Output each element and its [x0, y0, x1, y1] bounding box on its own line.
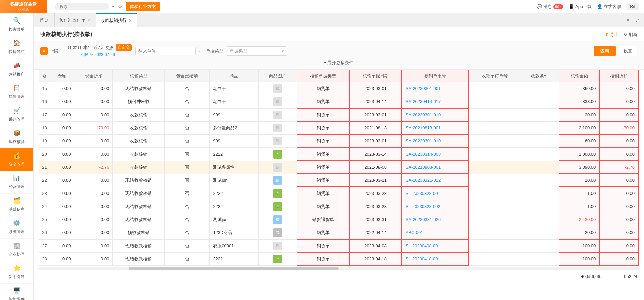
- cell-row-num: 27: [39, 239, 50, 252]
- logo-title: 畅捷通好生意: [10, 1, 37, 7]
- column-settings-icon[interactable]: ⚙: [43, 74, 47, 79]
- scrollbar-handle[interactable]: [129, 267, 339, 270]
- cell-voucher-no[interactable]: SA-20230301-001: [402, 82, 469, 95]
- folder-icon: 🗂️: [13, 197, 20, 204]
- cell-discount: 0.00: [74, 187, 113, 200]
- cell-balance: 0.00: [50, 239, 74, 252]
- cell-discount: 0.00: [74, 147, 113, 161]
- tab-prepay[interactable]: 预付冲应付单 ✕: [55, 13, 96, 27]
- date-btn-last-month[interactable]: 上月: [63, 45, 72, 51]
- cell-writeoff-amount: 20.00: [559, 108, 599, 121]
- settings-btn[interactable]: 设置: [619, 46, 637, 56]
- cell-voucher-no[interactable]: SA-20210813-001: [402, 121, 469, 134]
- tab-prepay-close[interactable]: ✕: [88, 18, 91, 22]
- cell-row-num: 26: [39, 226, 50, 239]
- sidebar-item-sales[interactable]: 📋 销售管理: [0, 81, 33, 103]
- cell-voucher-no[interactable]: SA-20210808-001: [402, 161, 469, 174]
- cell-discount: 0.00: [74, 252, 113, 265]
- query-btn[interactable]: 查询: [594, 46, 616, 56]
- message-btn[interactable]: 💬 消息 99+: [537, 4, 563, 10]
- col-header-settled: 包含已结清: [165, 70, 210, 82]
- tab-receipts[interactable]: 收款核销执行 ✕: [96, 13, 137, 27]
- cell-voucher-no[interactable]: SA-20230301-010: [402, 108, 469, 121]
- cell-writeoff-discount: 0.00: [599, 147, 638, 161]
- cell-settled: 否: [165, 187, 210, 200]
- export-btn[interactable]: ⬆ 导出: [605, 32, 619, 38]
- cell-receipt-cond: [521, 121, 559, 134]
- cell-row-num: 22: [39, 174, 50, 187]
- app-download-btn[interactable]: 📱 App下载: [569, 4, 592, 10]
- online-service-btn[interactable]: 👤 在线客服: [597, 4, 621, 10]
- cell-row-num: 17: [39, 108, 50, 121]
- cell-voucher-no[interactable]: SL-20230418-001: [402, 252, 469, 265]
- sidebar-item-business[interactable]: 📊 经营管理: [0, 171, 33, 194]
- window-close-icon[interactable]: ✕: [624, 17, 632, 24]
- window-expand-icon[interactable]: ⤢: [633, 17, 641, 24]
- date-btn-7days[interactable]: 近7天: [93, 45, 104, 51]
- date-custom-btn[interactable]: 自定义: [116, 44, 132, 51]
- cell-receipt-order: [469, 226, 521, 239]
- cell-goods: 2222: [210, 187, 259, 200]
- filter-toggle-btn[interactable]: »: [40, 47, 48, 55]
- sidebar-item-stock[interactable]: 📦 库存核算: [0, 126, 33, 148]
- dropdown-arrow-icon: ▾: [112, 4, 114, 9]
- cell-type: 收款核销: [113, 121, 165, 134]
- tab-receipts-close[interactable]: ✕: [129, 18, 132, 23]
- table-row: 19 0.00 0.00 收款核销 否 999 🖼 销货单 2023-03-01…: [39, 134, 639, 147]
- cell-type: 预付冲应收: [113, 95, 165, 108]
- col-header-gear[interactable]: ⚙: [39, 70, 50, 82]
- sidebar-item-hardware[interactable]: 🖥️ 智能硬件: [0, 284, 33, 300]
- refresh-btn[interactable]: ↻ 刷新: [624, 32, 637, 38]
- sidebar-item-basic[interactable]: 🗂️ 基础信息: [0, 194, 33, 216]
- cell-row-num: 21: [39, 161, 50, 174]
- industry-btn[interactable]: 体验行业方案: [126, 2, 160, 11]
- col-header-voucher-type: 核销单据类型: [297, 70, 349, 82]
- cell-voucher-no[interactable]: SL-20230328-002: [402, 200, 469, 213]
- cell-voucher-no[interactable]: ABC-001: [402, 226, 469, 239]
- cell-voucher-no[interactable]: SL-20230408-001: [402, 239, 469, 252]
- cell-voucher-no[interactable]: SA-20230414-017: [402, 95, 469, 108]
- horizontal-scrollbar[interactable]: [39, 267, 639, 270]
- cell-voucher-type: 销货单: [297, 226, 349, 239]
- cell-type: 现结收款核销: [113, 200, 165, 213]
- sidebar-item-guide[interactable]: 🌟 新手引导: [0, 261, 33, 284]
- source-unit-input[interactable]: [135, 47, 196, 55]
- cell-goods: 多计量商品2: [210, 121, 259, 134]
- sidebar-item-finance[interactable]: 💰 资金管理: [0, 148, 33, 171]
- user-avatar[interactable]: Rit: [627, 3, 639, 10]
- expand-conditions-btn[interactable]: ▾ 展开更多条件: [40, 60, 637, 66]
- cell-voucher-no[interactable]: SA-20230331-026: [402, 213, 469, 226]
- cell-discount: -2.76: [74, 161, 113, 174]
- date-btn-this-year[interactable]: 本年: [83, 45, 92, 51]
- cell-receipt-cond: [521, 147, 559, 161]
- date-btn-this-month[interactable]: 本月: [73, 45, 82, 51]
- cell-receipt-cond: [521, 82, 559, 95]
- search-input[interactable]: [55, 3, 109, 10]
- cell-voucher-no[interactable]: SA-20230321-012: [402, 174, 469, 187]
- cart-icon: 🛒: [13, 107, 20, 114]
- cell-receipt-order: [469, 239, 521, 252]
- gear-icon[interactable]: ⚙: [118, 3, 122, 10]
- sidebar-item-marketing[interactable]: 📣 营销推广: [0, 58, 33, 81]
- cell-discount: 0.00: [74, 226, 113, 239]
- cell-voucher-no[interactable]: SA-20230314-008: [402, 147, 469, 161]
- cell-voucher-no[interactable]: SL-20230328-001: [402, 187, 469, 200]
- settings-icon: ⚙️: [13, 219, 20, 227]
- sidebar-item-system[interactable]: ⚙️ 系统管理: [0, 216, 33, 239]
- cell-balance: 0.00: [50, 121, 74, 134]
- cell-settled: 否: [165, 161, 210, 174]
- cell-writeoff-discount: 0.00: [599, 95, 638, 108]
- cell-discount: 0.00: [74, 108, 113, 121]
- date-btn-more[interactable]: 更多: [106, 45, 114, 51]
- cell-voucher-no[interactable]: SA-20230301-010: [402, 134, 469, 147]
- sidebar-item-search[interactable]: 🔍 搜索菜单: [0, 13, 33, 36]
- cell-goods: 2222: [210, 147, 259, 161]
- total-amount: 40,556,66...: [581, 274, 604, 279]
- tab-home[interactable]: 首页: [34, 13, 55, 27]
- cell-voucher-date: 2021-08-08: [350, 161, 402, 174]
- sidebar-item-purchase[interactable]: 🛒 采购管理: [0, 103, 33, 126]
- cell-receipt-order: [469, 134, 521, 147]
- sidebar-item-quick-nav[interactable]: 🏠 快捷导航: [0, 36, 33, 58]
- sidebar-item-corp[interactable]: 🏢 企业协同: [0, 239, 33, 261]
- voucher-type-select[interactable]: 单据类型 ▾: [227, 46, 287, 56]
